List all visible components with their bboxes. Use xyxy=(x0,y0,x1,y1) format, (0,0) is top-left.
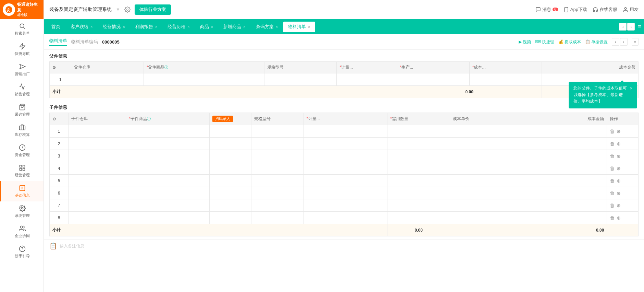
sidebar-item-finance[interactable]: 资金管理 xyxy=(0,141,44,161)
delete-icon-1[interactable]: 🗑 xyxy=(610,129,615,134)
tab-history[interactable]: 经营历程 × xyxy=(163,22,194,32)
close-tab-profit[interactable]: × xyxy=(155,25,157,29)
parent-th-unit: *计量... xyxy=(337,62,397,73)
content-next-btn[interactable]: › xyxy=(620,38,628,46)
child-row-1-spec[interactable] xyxy=(251,125,304,138)
content-prev-btn[interactable]: ‹ xyxy=(612,38,619,46)
content-area: 物料清单 物料清单编码 0000005 ▶ 视频 ⌨ 快捷键 💰 提取成本 📋 xyxy=(44,34,644,292)
parent-row-1-warehouse[interactable] xyxy=(71,73,144,86)
sidebar-item-basic[interactable]: 基础信息 xyxy=(0,181,44,201)
sidebar-label-purchase: 采购管理 xyxy=(15,112,30,117)
sidebar-item-guide[interactable]: 新手引导 xyxy=(0,242,44,262)
tooltip-popup: × 您的父件、子件的成本取值可以选择【参考成本、最新进价、平均成本】 xyxy=(569,82,637,108)
copy-icon-8[interactable]: ⊕ xyxy=(617,215,621,221)
copy-icon-2[interactable]: ⊕ xyxy=(617,141,621,147)
extract-cost-action[interactable]: 💰 提取成本 xyxy=(558,39,581,45)
close-tab-new-goods[interactable]: × xyxy=(243,25,245,29)
scan-input-btn[interactable]: 扫码录入 xyxy=(212,116,233,122)
sidebar-item-quick[interactable]: 快捷导航 xyxy=(0,39,44,60)
child-row-4: 4 🗑⊕ xyxy=(50,162,639,175)
shortcut-action[interactable]: ⌨ 快捷键 xyxy=(535,39,554,45)
close-tab-goods[interactable]: × xyxy=(211,25,213,29)
child-row-1-unit-cost[interactable] xyxy=(450,125,513,138)
copy-icon-3[interactable]: ⊕ xyxy=(617,153,621,159)
parent-th-settings[interactable]: ⚙ xyxy=(50,62,71,73)
child-row-1-product[interactable] xyxy=(126,125,209,138)
user-btn[interactable]: 用友 xyxy=(623,7,639,13)
parent-th-product: *父件商品ⓘ xyxy=(144,62,264,73)
child-row-2: 2 🗑⊕ xyxy=(50,138,639,150)
copy-icon-5[interactable]: ⊕ xyxy=(617,178,621,184)
tab-goods[interactable]: 商品 × xyxy=(195,22,218,32)
message-btn[interactable]: 消息 6 xyxy=(535,7,558,13)
parent-row-1-cost[interactable] xyxy=(469,73,542,86)
online-service-btn[interactable]: 在线客服 xyxy=(593,7,617,13)
delete-icon-7[interactable]: 🗑 xyxy=(610,203,615,208)
doc-settings-action[interactable]: 📋 单据设置 xyxy=(585,39,608,45)
parent-row-1-spec[interactable] xyxy=(264,73,336,86)
parent-row-1-unit[interactable] xyxy=(337,73,397,86)
child-row-6: 6 🗑⊕ xyxy=(50,187,639,199)
parent-section-title: 父件信息 xyxy=(44,50,644,61)
copy-icon-7[interactable]: ⊕ xyxy=(617,203,621,208)
delete-icon-6[interactable]: 🗑 xyxy=(610,190,615,196)
close-tab-customer[interactable]: × xyxy=(90,25,92,29)
tab-bom[interactable]: 物料清单 × xyxy=(283,22,315,32)
sidebar-item-operation[interactable]: 经营管理 xyxy=(0,161,44,181)
tab-barcode[interactable]: 条码方案 × xyxy=(251,22,283,32)
child-row-3: 3 🗑⊕ xyxy=(50,150,639,162)
view-toggle-btn[interactable]: ≡ xyxy=(632,38,639,46)
bom-tab-label[interactable]: 物料清单 xyxy=(49,38,67,46)
settings-icon[interactable] xyxy=(124,7,131,13)
experience-btn[interactable]: 体验行业方案 xyxy=(135,4,171,15)
delete-icon-4[interactable]: 🗑 xyxy=(610,166,615,171)
tab-customer[interactable]: 客户联络 × xyxy=(66,22,97,32)
delete-icon-2[interactable]: 🗑 xyxy=(610,141,615,147)
copy-icon-6[interactable]: ⊕ xyxy=(617,190,621,196)
sidebar-item-enterprise[interactable]: 企业协同 xyxy=(0,222,44,242)
tab-operation[interactable]: 经营情况 × xyxy=(98,22,129,32)
video-action[interactable]: ▶ 视频 xyxy=(519,39,531,45)
sidebar-item-purchase[interactable]: 采购管理 xyxy=(0,100,44,120)
tab-profit[interactable]: 利润报告 × xyxy=(131,22,162,32)
delete-icon-5[interactable]: 🗑 xyxy=(610,178,615,184)
child-th-settings[interactable]: ⚙ xyxy=(50,113,69,125)
parent-row-1-produce[interactable] xyxy=(397,73,469,86)
sub-header: 物料清单 物料清单编码 0000005 ▶ 视频 ⌨ 快捷键 💰 提取成本 📋 xyxy=(44,34,644,50)
close-tab-operation[interactable]: × xyxy=(123,25,125,29)
close-tab-bom[interactable]: × xyxy=(308,25,310,29)
tab-next-btn[interactable]: › xyxy=(627,23,635,31)
child-row-1: 1 🗑⊕ xyxy=(50,125,639,138)
svg-rect-10 xyxy=(20,168,22,171)
svg-rect-6 xyxy=(20,126,25,130)
parent-row-1-product[interactable] xyxy=(144,73,264,86)
copy-icon-4[interactable]: ⊕ xyxy=(617,166,621,171)
tab-home[interactable]: 首页 xyxy=(47,22,65,32)
sidebar-item-sales[interactable]: 销售管理 xyxy=(0,80,44,100)
child-th-unit-cost: 成本单价 xyxy=(450,113,513,125)
copy-icon-1[interactable]: ⊕ xyxy=(617,129,621,134)
tab-new-goods[interactable]: 新增商品 × xyxy=(219,22,250,32)
sidebar-item-marketing[interactable]: 营销推广 xyxy=(0,60,44,80)
app-download-btn[interactable]: App下载 xyxy=(564,7,587,13)
child-row-1-warehouse[interactable] xyxy=(68,125,126,138)
tooltip-close-btn[interactable]: × xyxy=(630,85,632,92)
close-tab-barcode[interactable]: × xyxy=(276,25,278,29)
close-tab-history[interactable]: × xyxy=(187,25,189,29)
parent-row-1-num: 1 xyxy=(50,73,71,86)
sidebar-label-search: 搜索菜单 xyxy=(15,31,30,36)
delete-icon-3[interactable]: 🗑 xyxy=(610,153,615,159)
parent-th-spec: 规格型号 xyxy=(264,62,336,73)
sidebar-item-stock[interactable]: 库存核算 xyxy=(0,120,44,141)
sidebar-item-system[interactable]: 系统管理 xyxy=(0,201,44,222)
parent-th-cost: *成本... xyxy=(469,62,542,73)
user-icon xyxy=(623,7,628,12)
close-all-tabs-btn[interactable]: ≡ xyxy=(637,23,641,31)
tab-prev-btn[interactable]: ‹ xyxy=(619,23,627,31)
delete-icon-8[interactable]: 🗑 xyxy=(610,215,615,221)
child-row-1-unit[interactable] xyxy=(304,125,356,138)
content-nav-arrows: ‹ › xyxy=(612,38,628,46)
child-row-1-qty[interactable] xyxy=(387,125,450,138)
sidebar-item-search[interactable]: 搜索菜单 xyxy=(0,19,44,39)
child-row-1-actions: 🗑⊕ xyxy=(607,125,639,138)
